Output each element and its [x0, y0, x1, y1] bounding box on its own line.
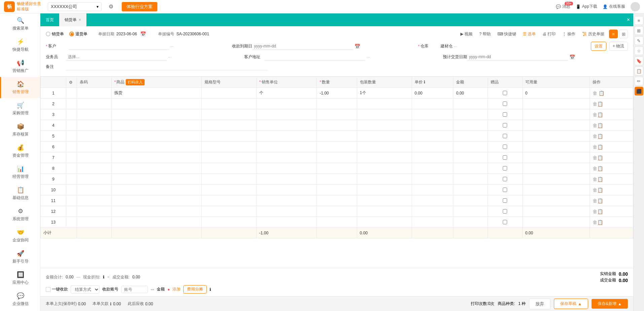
- one-click-payment[interactable]: 一键收款: [46, 286, 68, 292]
- delete-btn-7[interactable]: 🗑: [593, 155, 597, 160]
- tab-sales-order[interactable]: 销货单 ×: [59, 13, 86, 26]
- row-1-barcode[interactable]: [77, 88, 112, 99]
- sidebar-item-finance[interactable]: 💰 资金管理: [0, 141, 40, 162]
- sidebar-item-purchase[interactable]: 🛒 采购管理: [0, 98, 40, 119]
- warehouse-value[interactable]: 建材仓: [441, 43, 453, 49]
- sidebar-item-quicknav[interactable]: ⚡ 快捷导航: [0, 35, 40, 56]
- shortcuts-btn[interactable]: ⌨ 快捷键: [495, 31, 518, 38]
- copy-btn-5[interactable]: 📋: [597, 133, 603, 139]
- scan-btn[interactable]: 扫码录入: [126, 79, 145, 85]
- message-button[interactable]: 💬 消息 99+: [556, 4, 570, 9]
- list-view-btn[interactable]: ≡: [609, 30, 618, 38]
- copy-btn-11[interactable]: 📋: [597, 198, 603, 203]
- copy-btn-2[interactable]: 📋: [597, 101, 603, 107]
- video-btn[interactable]: ▶ 视频: [458, 31, 475, 38]
- row-1-gift[interactable]: [488, 88, 523, 99]
- logistics-btn[interactable]: + 物流: [609, 42, 628, 51]
- delete-btn-12[interactable]: 🗑: [593, 209, 597, 214]
- copy-btn-6[interactable]: 📋: [597, 144, 603, 150]
- sidebar-item-search[interactable]: 🔍 搜索菜单: [0, 13, 40, 35]
- receipt-due-calendar-icon[interactable]: 📅: [354, 44, 360, 49]
- settings-icon[interactable]: ⚙: [106, 2, 116, 11]
- copy-btn-10[interactable]: 📋: [597, 187, 603, 193]
- select-btn[interactable]: ☰ 选单: [521, 31, 538, 38]
- sidebar-item-appstore[interactable]: 🔲 应用中心: [0, 268, 40, 289]
- delete-btn-6[interactable]: 🗑: [593, 144, 597, 150]
- th-settings[interactable]: ⚙: [66, 77, 77, 88]
- tab-home[interactable]: 首页: [40, 13, 59, 26]
- app-download-button[interactable]: 📱 App下载: [576, 4, 597, 9]
- rp-btn-8[interactable]: ⬛: [635, 87, 643, 95]
- customer-dots[interactable]: ···: [171, 44, 174, 49]
- company-selector[interactable]: XXXXXX公司 ▾: [48, 2, 102, 11]
- settlement-method-select[interactable]: 结算方式: [71, 285, 100, 294]
- sidebar-item-marketing[interactable]: 📢 营销推广: [0, 56, 40, 77]
- expected-delivery-calendar-icon[interactable]: 📅: [569, 54, 575, 60]
- rp-btn-3[interactable]: ✎: [635, 36, 643, 45]
- rp-btn-4[interactable]: ☆: [635, 46, 643, 55]
- history-btn[interactable]: 📜 历史单据: [580, 31, 606, 38]
- discard-btn[interactable]: 放弃: [529, 299, 551, 309]
- sidebar-item-guide[interactable]: 🚀 新手引导: [0, 246, 40, 268]
- save-new-btn[interactable]: 保存&新增 ▲: [592, 299, 628, 309]
- grid-view-btn[interactable]: ⊞: [619, 30, 628, 38]
- row-1-unit[interactable]: 个: [256, 88, 317, 99]
- rp-btn-7[interactable]: ✏: [635, 77, 643, 85]
- trial-button[interactable]: 体验行业方案: [122, 2, 157, 11]
- sidebar-item-inventory[interactable]: 📦 库存核算: [0, 119, 40, 141]
- one-click-checkbox[interactable]: [46, 287, 50, 292]
- copy-btn-4[interactable]: 📋: [597, 123, 603, 128]
- delete-btn-13[interactable]: 🗑: [593, 220, 597, 225]
- delete-btn-10[interactable]: 🗑: [593, 187, 597, 193]
- customer-input[interactable]: [68, 43, 169, 50]
- radio-sales-order[interactable]: 销货单: [46, 31, 64, 37]
- radio-return-order[interactable]: 退货单: [69, 31, 87, 37]
- notes-input[interactable]: [66, 63, 268, 70]
- row-1-spec[interactable]: [201, 88, 256, 99]
- warehouse-dots[interactable]: ···: [454, 44, 457, 49]
- sidebar-item-basic-info[interactable]: 📋 基础信息: [0, 183, 40, 204]
- online-support-button[interactable]: 👤 在线客服: [603, 4, 625, 9]
- sidebar-item-weixin[interactable]: 💬 企业微信: [0, 289, 40, 310]
- help-btn[interactable]: ? 帮助: [477, 31, 493, 38]
- date-value[interactable]: 2023-06-06: [116, 32, 137, 36]
- calendar-icon[interactable]: 📅: [140, 31, 146, 37]
- sidebar-item-collab[interactable]: 🤝 企业协同: [0, 225, 40, 246]
- address-dots[interactable]: ···: [367, 55, 370, 60]
- copy-btn-1[interactable]: 📋: [599, 90, 604, 96]
- num-value[interactable]: SA-20230606-001: [176, 32, 209, 36]
- rp-btn-2[interactable]: ⊞: [635, 26, 643, 35]
- save-draft-btn[interactable]: 保存草稿 ▲: [554, 299, 588, 309]
- operations-btn[interactable]: ⋮ 操作: [560, 31, 577, 38]
- copy-btn-3[interactable]: 📋: [597, 112, 603, 117]
- delete-btn-3[interactable]: 🗑: [593, 112, 597, 117]
- row-1-pack-qty[interactable]: 1个: [357, 88, 412, 99]
- delete-btn-4[interactable]: 🗑: [593, 123, 597, 128]
- delete-btn-9[interactable]: 🗑: [593, 177, 597, 182]
- copy-btn-12[interactable]: 📋: [597, 209, 603, 214]
- account-input[interactable]: [121, 286, 148, 293]
- salesperson-input[interactable]: [66, 53, 167, 61]
- receipt-due-input[interactable]: [252, 43, 353, 50]
- sidebar-item-sales[interactable]: 🏠 销售管理: [0, 77, 40, 98]
- copy-btn-8[interactable]: 📋: [597, 166, 603, 171]
- settings-btn[interactable]: 设置: [591, 42, 606, 51]
- tab-bar-close-icon[interactable]: ×: [627, 17, 630, 23]
- copy-btn-13[interactable]: 📋: [597, 220, 603, 225]
- avatar[interactable]: [631, 2, 640, 11]
- delete-btn-5[interactable]: 🗑: [593, 133, 597, 139]
- rp-btn-5[interactable]: 🔖: [635, 56, 643, 65]
- expected-delivery-input[interactable]: [467, 53, 568, 61]
- expense-btn[interactable]: 费用分摊: [183, 285, 207, 294]
- delete-btn-11[interactable]: 🗑: [593, 198, 597, 203]
- sidebar-item-system[interactable]: ⚙ 系统管理: [0, 204, 40, 225]
- row-1-unit-price[interactable]: 0.00: [412, 88, 453, 99]
- customer-address-input[interactable]: [264, 53, 365, 61]
- delete-btn-1[interactable]: 🗑: [593, 90, 597, 96]
- add-payment-btn[interactable]: 添加: [173, 286, 181, 292]
- delete-btn-2[interactable]: 🗑: [593, 101, 597, 107]
- rp-btn-1[interactable]: ≡: [635, 16, 643, 25]
- salesperson-dots[interactable]: ···: [168, 55, 172, 60]
- copy-btn-7[interactable]: 📋: [597, 155, 603, 160]
- copy-btn-9[interactable]: 📋: [597, 177, 603, 182]
